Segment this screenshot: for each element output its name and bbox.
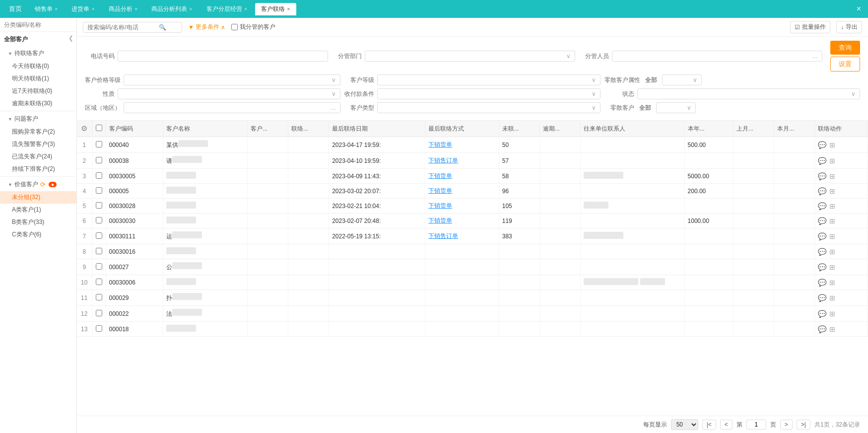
- my-customers-checkbox[interactable]: [231, 24, 238, 30]
- query-button[interactable]: 查询: [830, 41, 860, 55]
- cell-link[interactable]: 下销货单: [428, 187, 452, 194]
- nav-tab-analysis-list[interactable]: 商品分析列表 ×: [145, 3, 198, 15]
- chat-icon[interactable]: 💬: [818, 279, 826, 287]
- nav-tab-sales[interactable]: 销售单 ×: [29, 3, 64, 15]
- zero-attr-select[interactable]: ∨: [662, 74, 702, 85]
- chat-icon[interactable]: 💬: [818, 157, 826, 165]
- grid-icon[interactable]: ⊞: [829, 217, 835, 225]
- prev-page-btn[interactable]: <: [720, 420, 733, 430]
- status-select[interactable]: ∨: [637, 88, 860, 99]
- cell-link[interactable]: 下销售订单: [428, 157, 458, 164]
- customer-level-select[interactable]: ∨: [377, 74, 600, 85]
- sidebar-item-hoarding[interactable]: 囤购异常客户(2): [0, 126, 76, 138]
- chat-icon[interactable]: 💬: [818, 263, 826, 271]
- row-checkbox[interactable]: [96, 279, 102, 285]
- close-analysis-tab[interactable]: ×: [134, 6, 137, 12]
- sidebar-item-declining[interactable]: 持续下滑客户(2): [0, 163, 76, 175]
- row-checkbox[interactable]: [96, 248, 102, 254]
- chat-icon[interactable]: 💬: [818, 141, 826, 149]
- grid-icon[interactable]: ⊞: [829, 263, 835, 271]
- chat-icon[interactable]: 💬: [818, 248, 826, 256]
- sidebar-item-a-class[interactable]: A类客户(1): [0, 204, 76, 216]
- grid-icon[interactable]: ⊞: [829, 202, 835, 210]
- grid-icon[interactable]: ⊞: [829, 187, 835, 195]
- sidebar-all-customers[interactable]: 全部客户 《: [0, 32, 76, 47]
- row-checkbox[interactable]: [96, 157, 102, 163]
- area-select[interactable]: …: [124, 102, 340, 113]
- zero-customer-select[interactable]: ∨: [656, 102, 696, 113]
- cell-link[interactable]: 下销货单: [428, 217, 452, 224]
- nav-tab-purchase[interactable]: 进货单 ×: [66, 3, 100, 15]
- close-analysis-list-tab[interactable]: ×: [189, 6, 192, 12]
- grid-icon[interactable]: ⊞: [829, 141, 835, 149]
- payment-select[interactable]: ∨: [377, 88, 600, 99]
- grid-icon[interactable]: ⊞: [829, 157, 835, 165]
- grid-icon[interactable]: ⊞: [829, 325, 835, 333]
- sidebar-item-ungroup[interactable]: 未分组(32): [0, 191, 76, 204]
- close-purchase-tab[interactable]: ×: [91, 6, 94, 12]
- nav-tab-customer-segment[interactable]: 客户分层经营 ×: [200, 3, 253, 15]
- filter-search-input[interactable]: [87, 24, 157, 31]
- chat-icon[interactable]: 💬: [818, 172, 826, 180]
- grid-icon[interactable]: ⊞: [829, 172, 835, 180]
- grid-icon[interactable]: ⊞: [829, 279, 835, 287]
- th-settings[interactable]: ⚙: [77, 121, 92, 137]
- chat-icon[interactable]: 💬: [818, 325, 826, 333]
- batch-ops-btn[interactable]: ☑ 批量操作: [790, 21, 830, 33]
- filter-search-icon[interactable]: 🔍: [159, 24, 166, 31]
- row-checkbox[interactable]: [96, 187, 102, 194]
- row-checkbox[interactable]: [96, 232, 102, 239]
- sidebar-group-problem[interactable]: ▼ 问题客户: [0, 112, 76, 126]
- sidebar-item-today[interactable]: 今天待联络(0): [0, 60, 76, 72]
- dept-select[interactable]: ∨: [365, 51, 575, 62]
- close-contact-tab[interactable]: ×: [287, 6, 290, 12]
- page-size-select[interactable]: 50 100 200: [671, 419, 698, 430]
- sidebar-group-value[interactable]: ▼ 价值客户 ⟳ ●: [0, 178, 76, 191]
- settings-gear-icon[interactable]: ⚙: [81, 124, 87, 133]
- close-sales-tab[interactable]: ×: [55, 6, 58, 12]
- phone-input[interactable]: [118, 51, 328, 62]
- sidebar-item-7days[interactable]: 近7天待联络(0): [0, 85, 76, 97]
- grid-icon[interactable]: ⊞: [829, 248, 835, 256]
- select-all-checkbox[interactable]: [96, 125, 102, 131]
- nature-select[interactable]: ∨: [118, 88, 340, 99]
- chat-icon[interactable]: 💬: [818, 294, 826, 302]
- next-page-btn[interactable]: >: [780, 420, 793, 430]
- grid-icon[interactable]: ⊞: [829, 310, 835, 318]
- row-checkbox[interactable]: [96, 217, 102, 223]
- sidebar-item-churned[interactable]: 已流失客户(24): [0, 150, 76, 163]
- row-checkbox[interactable]: [96, 294, 102, 300]
- nav-home[interactable]: 首页: [4, 2, 27, 15]
- last-page-btn[interactable]: >|: [797, 420, 810, 430]
- page-number-input[interactable]: [746, 420, 766, 430]
- chat-icon[interactable]: 💬: [818, 232, 826, 240]
- chat-icon[interactable]: 💬: [818, 187, 826, 195]
- export-btn[interactable]: ↓ 导出: [836, 21, 862, 33]
- row-checkbox[interactable]: [96, 263, 102, 270]
- sidebar-item-overdue[interactable]: 逾期未联络(30): [0, 97, 76, 110]
- price-level-select[interactable]: ∨: [124, 74, 340, 85]
- sidebar-item-c-class[interactable]: C类客户(6): [0, 228, 76, 241]
- cell-link[interactable]: 下销货单: [428, 141, 452, 148]
- row-checkbox[interactable]: [96, 325, 102, 332]
- grid-icon[interactable]: ⊞: [829, 232, 835, 240]
- chat-icon[interactable]: 💬: [818, 217, 826, 225]
- person-select[interactable]: …: [612, 51, 822, 62]
- sidebar-item-tomorrow[interactable]: 明天待联络(1): [0, 72, 76, 85]
- sidebar-item-b-class[interactable]: B类客户(33): [0, 216, 76, 228]
- row-checkbox[interactable]: [96, 141, 102, 147]
- more-conditions-btn[interactable]: ▼ 更多条件 ∧: [188, 23, 225, 31]
- cell-link[interactable]: 下销货单: [428, 172, 452, 179]
- cell-link[interactable]: 下销售订单: [428, 232, 458, 239]
- nav-close-all[interactable]: ×: [854, 3, 864, 14]
- first-page-btn[interactable]: |<: [702, 420, 716, 430]
- sidebar-group-pending[interactable]: ▼ 待联络客户: [0, 47, 76, 60]
- refresh-icon[interactable]: ⟳: [40, 181, 46, 188]
- customer-type-select[interactable]: ∨: [377, 102, 600, 113]
- row-checkbox[interactable]: [96, 310, 102, 316]
- cell-link[interactable]: 下销货单: [428, 202, 452, 209]
- row-checkbox[interactable]: [96, 202, 102, 209]
- chat-icon[interactable]: 💬: [818, 202, 826, 210]
- chat-icon[interactable]: 💬: [818, 310, 826, 318]
- close-segment-tab[interactable]: ×: [244, 6, 247, 12]
